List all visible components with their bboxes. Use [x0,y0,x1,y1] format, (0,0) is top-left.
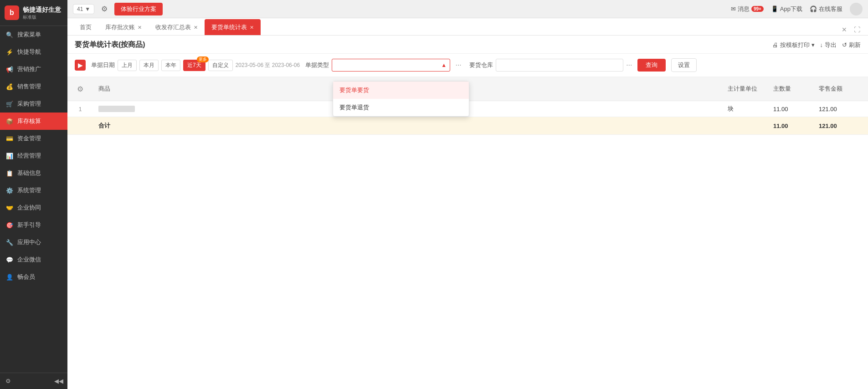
online-service-button[interactable]: 🎧 在线客服 [810,5,842,13]
sidebar-label-app-center: 应用中心 [17,238,41,246]
type-select-input[interactable] [332,59,450,72]
sidebar-item-sales[interactable]: 💰 销售管理 [0,78,67,95]
hot-badge: 更多 [197,56,209,62]
basic-info-icon: 📋 [5,169,14,177]
warehouse-more-icon[interactable]: ··· [626,61,632,69]
refresh-button[interactable]: ↺ 刷新 [842,41,861,49]
export-button[interactable]: ↓ 导出 [820,41,837,49]
sidebar-label-basic-info: 基础信息 [17,169,41,177]
chevron-down-icon: ▼ [85,6,90,12]
date-filter-label: 单据日期 [91,61,115,69]
tab-home[interactable]: 首页 [73,19,98,35]
tab-close-all-btn[interactable]: ✕ [839,24,850,35]
sidebar-item-search[interactable]: 🔍 搜索菜单 [0,26,67,43]
tab-stock-summary[interactable]: 收发存汇总表 ✕ [149,19,205,35]
sidebar-label-marketing: 营销推广 [17,65,41,73]
type-select-wrapper: ▲ [332,59,450,72]
trial-industry-button[interactable]: 体验行业方案 [114,3,163,15]
company-selector-value: 41 [77,6,83,12]
table-footer-quantity: 11.00 [768,117,813,135]
table-cell-unit: 块 [722,101,768,117]
warehouse-filter-group: 要货仓库 ··· [469,59,632,72]
page-header-actions: 🖨 按模板打印 ▾ ↓ 导出 ↺ 刷新 [772,41,861,49]
logo-main-text: 畅捷通好生意 [23,5,61,14]
date-range-text: 2023-05-06 至 2023-06-06 [236,61,300,69]
type-select-arrow[interactable]: ▲ [441,62,447,68]
tab-inventory-batch-label: 库存批次账 [105,23,135,31]
company-selector[interactable]: 41 ▼ [73,4,94,14]
sidebar-item-inventory[interactable]: 📦 库存核算 [0,113,67,130]
message-icon: ✉ [731,5,736,12]
user-avatar[interactable] [850,3,863,15]
settings-filter-button[interactable]: 设置 [671,58,697,72]
member-icon: 👤 [5,273,14,281]
tab-stock-summary-label: 收发存汇总表 [155,23,191,31]
type-dropdown: 要货单要货 要货单退货 [333,81,469,117]
date-btn-this-month[interactable]: 本月 [139,60,159,71]
messages-button[interactable]: ✉ 消息 99+ [731,5,764,13]
inventory-icon: 📦 [5,117,14,125]
print-arrow-icon: ▾ [812,41,815,48]
sidebar-label-member: 畅会员 [17,273,35,281]
settings-footer-btn[interactable]: ⚙ [5,378,11,384]
sidebar: b 畅捷通好生意 标准版 🔍 搜索菜单 ⚡ 快捷导航 📢 营销推广 💰 销售管理… [0,0,67,389]
sidebar-collapse-btn[interactable]: ◀◀ [56,378,62,384]
page-title: 要货单统计表(按商品) [75,40,145,50]
date-btn-custom[interactable]: 自定义 [208,60,233,71]
dropdown-option-order-goods[interactable]: 要货单要货 [333,82,469,99]
sidebar-item-quick-nav[interactable]: ⚡ 快捷导航 [0,43,67,61]
header-settings-button[interactable]: ⚙ [98,3,111,15]
sidebar-item-finance[interactable]: 💳 资金管理 [0,130,67,147]
sidebar-item-system[interactable]: ⚙️ 系统管理 [0,182,67,199]
date-btn-last-7days[interactable]: 近7天 更多 [183,60,205,71]
download-icon: 📱 [771,5,778,12]
sidebar-item-app-center[interactable]: 🔧 应用中心 [0,234,67,251]
app-download-label: App下载 [780,5,802,13]
type-filter-group: 单据类型 ▲ ··· [305,59,464,72]
filter-bar: ▶ 单据日期 上月 本月 本年 近7天 更多 自定义 2023-05-06 至 … [67,54,868,77]
sidebar-label-management: 经营管理 [17,152,41,160]
sidebar-label-system: 系统管理 [17,186,41,194]
tab-order-stats[interactable]: 要货单统计表 ✕ [205,19,261,35]
date-btn-this-year[interactable]: 本年 [161,60,180,71]
tab-order-stats-close[interactable]: ✕ [250,25,254,31]
sidebar-label-finance: 资金管理 [17,134,41,143]
date-btn-last-month[interactable]: 上月 [118,60,137,71]
filter-expand-button[interactable]: ▶ [75,60,86,71]
main-content: 41 ▼ ⚙ 体验行业方案 ✉ 消息 99+ 📱 App下载 🎧 在线客服 [67,0,868,389]
query-button[interactable]: 查询 [637,59,666,72]
warehouse-select-input[interactable] [496,59,623,72]
sidebar-item-member[interactable]: 👤 畅会员 [0,268,67,286]
sidebar-item-purchase[interactable]: 🛒 采购管理 [0,95,67,113]
wechat-icon: 💬 [5,256,14,264]
sidebar-item-marketing[interactable]: 📢 营销推广 [0,61,67,78]
sidebar-item-wechat[interactable]: 💬 企业微信 [0,251,67,268]
type-select-more[interactable]: ··· [453,60,464,71]
table-cell-quantity: 11.00 [768,101,813,117]
tab-stock-summary-close[interactable]: ✕ [194,25,198,31]
tab-inventory-batch[interactable]: 库存批次账 ✕ [98,19,149,35]
sidebar-nav: 🔍 搜索菜单 ⚡ 快捷导航 📢 营销推广 💰 销售管理 🛒 采购管理 📦 库存核… [0,26,67,373]
table-settings-icon[interactable]: ⚙ [73,82,87,96]
table-wrapper: ⚙ 商品 主计量单位 主数量 零售金额 1 [67,77,868,389]
messages-badge: 99+ [751,6,764,12]
sidebar-item-management[interactable]: 📊 经营管理 [0,147,67,164]
sidebar-item-guide[interactable]: 🎯 新手引导 [0,216,67,234]
tab-expand-btn[interactable]: ⛶ [852,24,863,35]
product-name-placeholder [98,106,135,112]
print-button[interactable]: 🖨 按模板打印 ▾ [772,41,815,49]
top-header: 41 ▼ ⚙ 体验行业方案 ✉ 消息 99+ 📱 App下载 🎧 在线客服 [67,0,868,18]
search-icon: 🔍 [5,31,14,39]
page-area: 要货单统计表(按商品) 🖨 按模板打印 ▾ ↓ 导出 ↺ 刷新 [67,36,868,389]
dropdown-option-order-return[interactable]: 要货单退货 [333,99,469,116]
sidebar-label-search: 搜索菜单 [17,31,41,39]
header-left: 41 ▼ ⚙ 体验行业方案 [73,3,163,15]
sidebar-item-enterprise[interactable]: 🤝 企业协同 [0,199,67,216]
sidebar-item-basic-info[interactable]: 📋 基础信息 [0,164,67,182]
app-download-button[interactable]: 📱 App下载 [771,5,802,13]
table-footer-amount: 121.00 [813,117,868,135]
tab-inventory-batch-close[interactable]: ✕ [138,25,142,31]
tab-home-label: 首页 [80,23,92,31]
page-inner: 要货单统计表(按商品) 🖨 按模板打印 ▾ ↓ 导出 ↺ 刷新 [67,36,868,389]
headset-icon: 🎧 [810,5,817,12]
